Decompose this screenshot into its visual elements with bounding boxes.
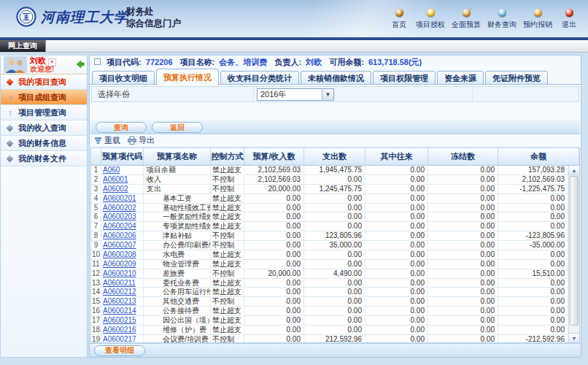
export-button[interactable]: 导出 — [128, 135, 155, 146]
table-row[interactable]: 3A06002支出不控制20,000.001,245,475.750.000.0… — [91, 185, 568, 194]
budget-code-link[interactable]: A0600206 — [101, 231, 144, 240]
table-row[interactable]: 13A0600211委托业务费禁止超支0.000.000.000.000.00 — [91, 279, 568, 288]
tab-permission-manage[interactable]: 项目权限管理 — [373, 71, 436, 85]
budget-name: 差旅费 — [144, 269, 211, 278]
table-row[interactable]: 11A0600209物业管理费禁止超支0.000.000.000.000.00 — [91, 260, 568, 269]
budget-amount: 0.00 — [244, 212, 304, 221]
budget-code-link[interactable]: A0600208 — [101, 250, 144, 259]
collapse-sidebar-icon[interactable] — [76, 60, 85, 69]
tab-category-statistics[interactable]: 收支科目分类统计 — [220, 71, 299, 85]
scrollbar-thumb[interactable] — [570, 176, 579, 326]
budget-code-link[interactable]: A0600201 — [101, 194, 144, 203]
col-header-3[interactable]: 控制方式 — [211, 148, 244, 166]
budget-code-link[interactable]: A0600203 — [101, 212, 144, 221]
budget-code-link[interactable]: A060 — [101, 166, 144, 174]
sidebar-item-my-project-query[interactable]: 我的项目查询 — [1, 74, 87, 90]
col-header-6[interactable]: 其中往来 — [365, 148, 428, 166]
table-row[interactable]: 12A0600210差旅费不控制20,000.004,490.000.000.0… — [91, 269, 568, 279]
col-header-1[interactable]: 预算项代码 — [101, 148, 144, 166]
sidebar-item-project-manage-query[interactable]: 1项目管理查询 — [1, 105, 87, 120]
view-detail-button[interactable]: 查看明细 — [94, 345, 145, 356]
vertical-scrollbar[interactable]: ▲ ▼ — [568, 166, 579, 342]
budget-code-link[interactable]: A0600215 — [101, 316, 144, 325]
budget-amount: 2,102,569.03 — [244, 175, 304, 184]
budget-code-link[interactable]: A0600214 — [101, 307, 144, 315]
col-header-5[interactable]: 支出数 — [304, 148, 365, 166]
budget-code-link[interactable]: A0600204 — [101, 222, 144, 231]
budget-amount: 0.00 — [244, 279, 304, 288]
table-row[interactable]: 9A0600207办公费/印刷费/邮电费不控制0.0035,000.000.00… — [91, 241, 568, 250]
table-row[interactable]: 4A0600201基本工资禁止超支0.000.000.000.000.00 — [91, 194, 568, 204]
nav-tab-online-query[interactable]: 网上查询 — [0, 40, 46, 52]
tab-budget-execution[interactable]: 预算执行情况 — [156, 69, 219, 85]
budget-code-link[interactable]: A06002 — [101, 185, 144, 193]
topnav-home[interactable]: 首页 — [389, 9, 409, 30]
scroll-down-icon[interactable]: ▼ — [569, 333, 579, 342]
collapse-icon[interactable] — [94, 58, 101, 65]
reload-button[interactable]: 重载 — [94, 135, 120, 146]
topnav-finance-query[interactable]: 财务查询 — [487, 9, 517, 30]
col-header-4[interactable]: 预算/收入数 — [244, 148, 304, 166]
table-row[interactable]: 19A0600217会议费/培训费不控制0.00212,592.960.000.… — [91, 335, 568, 342]
sidebar-item-label: 项目成组查询 — [18, 93, 66, 101]
tab-income-expense-detail[interactable]: 项目收支明细 — [92, 71, 155, 85]
back-button[interactable]: 返回 — [152, 122, 203, 133]
budget-code-link[interactable]: A0600209 — [101, 260, 144, 269]
table-row[interactable]: 18A0600216维修（护）费禁止超支0.000.000.000.000.00 — [91, 326, 568, 335]
query-button[interactable]: 查询 — [96, 122, 147, 133]
budget-code-link[interactable]: A0600211 — [101, 279, 144, 288]
table-row[interactable]: 1A060项目余额禁止超支2,102,569.031,945,475.750.0… — [91, 166, 568, 175]
table-row[interactable]: 2A06001收入不控制2,102,569.030.000.000.002,10… — [91, 175, 568, 185]
topnav-logout[interactable]: 退出 — [559, 9, 579, 30]
table-row[interactable]: 5A0600202基础性绩效工资禁止超支0.000.000.000.000.00 — [91, 204, 568, 213]
table-row[interactable]: 10A0600208水电费禁止超支0.000.000.000.000.00 — [91, 250, 568, 260]
budget-name: 支出 — [144, 185, 211, 193]
budget-code-link[interactable]: A0600207 — [101, 241, 144, 250]
budget-code-link[interactable]: A0600217 — [101, 335, 144, 342]
table-row[interactable]: 7A0600204专项奖励性绩效禁止超支0.000.000.000.000.00 — [91, 222, 568, 231]
topnav-project-auth[interactable]: 项目授权 — [416, 9, 445, 30]
table-row[interactable]: 8A0600206津贴补贴不控制0.00123,805.960.000.00-1… — [91, 231, 568, 241]
sidebar-item-my-finance-info[interactable]: 我的财务信息 — [1, 136, 87, 151]
control-mode: 禁止超支 — [211, 194, 244, 203]
table-row[interactable]: 6A0600203一般奖励性绩效禁止超支0.000.000.000.000.00 — [91, 212, 568, 222]
budget-code-link[interactable]: A0600202 — [101, 204, 144, 212]
table-row[interactable]: 15A0600213其他交通费不控制0.000.000.000.000.00 — [91, 297, 568, 307]
current-amount: 0.00 — [365, 269, 428, 278]
tab-fund-source[interactable]: 资金来源 — [437, 71, 484, 85]
year-select[interactable]: 2016年 ▼ — [257, 88, 334, 101]
sidebar-item-label: 我的财务文件 — [18, 154, 66, 163]
chevron-down-icon[interactable]: ▼ — [322, 89, 333, 100]
budget-code-link[interactable]: A0600213 — [101, 297, 144, 306]
budget-code-link[interactable]: A0600210 — [101, 269, 144, 278]
sidebar-item-my-income-query[interactable]: 我的收入查询 — [1, 120, 87, 136]
col-header-2[interactable]: 预算项名称 — [144, 148, 211, 166]
table-row[interactable]: 16A0600214公务接待费禁止超支0.000.000.000.000.00 — [91, 307, 568, 316]
budget-code-link[interactable]: A0600216 — [101, 326, 144, 334]
topnav-reserve-reimburse[interactable]: 预约报销 — [523, 9, 552, 30]
current-amount: 0.00 — [365, 175, 428, 184]
control-mode: 禁止超支 — [211, 307, 244, 315]
balance-amount: -123,805.96 — [498, 231, 568, 240]
col-header-8[interactable]: 余额 — [498, 148, 579, 166]
sidebar-item-project-group-query[interactable]: 0项目成组查询 — [1, 90, 87, 105]
frozen-amount: 0.00 — [428, 185, 498, 193]
budget-code-link[interactable]: A06001 — [101, 175, 144, 184]
budget-name: 维修（护）费 — [144, 326, 211, 334]
avatar — [4, 56, 27, 73]
tab-unverified-loans[interactable]: 未核销借款情况 — [301, 71, 371, 85]
table-row[interactable]: 14A0600212公务用车运行维护费禁止超支0.000.000.000.000… — [91, 288, 568, 297]
topnav-full-budget[interactable]: 全面预算 — [452, 9, 481, 30]
table-row[interactable]: 17A0600215因公出国（境）费禁止超支0.000.000.000.000.… — [91, 316, 568, 326]
scroll-up-icon[interactable]: ▲ — [569, 166, 579, 175]
grid-toolbar: 重载 导出 — [91, 134, 579, 147]
row-number: 14 — [91, 288, 101, 296]
budget-code-link[interactable]: A0600212 — [101, 288, 144, 296]
tab-voucher-preview[interactable]: 凭证附件预览 — [485, 71, 548, 85]
manager-value: 刘欧 — [306, 58, 322, 66]
col-header-7[interactable]: 冻结数 — [428, 148, 498, 166]
grid-header: 预算项代码预算项名称控制方式预算/收入数支出数其中往来冻结数余额 — [91, 148, 579, 166]
budget-name: 会议费/培训费 — [144, 335, 211, 342]
sidebar-item-my-finance-files[interactable]: 我的财务文件 — [1, 151, 87, 166]
current-amount: 0.00 — [365, 279, 428, 288]
